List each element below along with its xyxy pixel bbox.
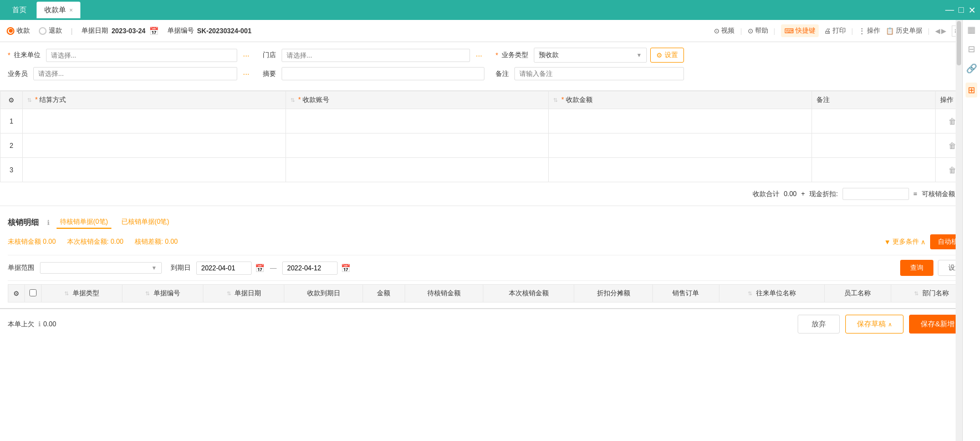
row-amount-3[interactable] (549, 158, 812, 182)
row-settlement-2[interactable] (23, 134, 286, 158)
date-to-icon[interactable]: 📅 (341, 264, 350, 273)
th-pending-amount: 待核销金额 (405, 285, 483, 302)
th-current-amount: 本次核销金额 (483, 285, 574, 302)
sidebar-list-icon[interactable]: ⊟ (968, 44, 975, 54)
summary-input[interactable] (282, 67, 484, 80)
refund-radio[interactable]: 退款 (39, 26, 62, 35)
minimize-icon[interactable]: — (945, 5, 954, 15)
tab-active[interactable]: 收款单 × (37, 2, 80, 18)
row-settlement-1[interactable] (23, 109, 286, 134)
scroll-thumb[interactable] (957, 21, 961, 65)
sort-icon-1: ⇅ (27, 97, 32, 103)
note-field: 备注 (496, 67, 684, 80)
date-from-input[interactable] (196, 261, 252, 275)
abandon-button[interactable]: 放弃 (798, 315, 840, 334)
sidebar-link-icon[interactable]: 🔗 (966, 63, 977, 74)
save-draft-label: 保存草稿 (857, 319, 886, 329)
tab-close-icon[interactable]: × (69, 7, 73, 13)
query-button[interactable]: 查询 (900, 260, 933, 276)
writeoff-header: 核销明细 ℹ 待核销单据(0笔) 已核销单据(0笔) (8, 216, 972, 229)
save-draft-button[interactable]: 保存草稿 ∧ (845, 315, 904, 334)
refund-radio-circle (39, 27, 47, 35)
receipt-label: 收款 (17, 26, 30, 35)
nav-prev-icon[interactable]: ◀ (935, 27, 940, 35)
operation-btn[interactable]: ⋮ 操作 (859, 26, 880, 35)
nav-next-icon[interactable]: ▶ (941, 27, 946, 35)
sort-icon-3: ⇅ (553, 97, 558, 103)
tab-bar-right: — □ ✕ (945, 5, 976, 16)
summary-field: 摘要 (263, 67, 484, 80)
history-btn[interactable]: 📋 历史单据 (886, 26, 922, 35)
form-row-2: 业务员 ··· 摘要 备注 (8, 67, 972, 80)
settings-button[interactable]: ⚙ 设置 (650, 48, 684, 63)
th-party-name: ⇅ 往来单位名称 (719, 285, 824, 302)
biz-select[interactable]: 预收款 ▼ (534, 48, 647, 63)
no-value[interactable]: SK-20230324-001 (197, 27, 252, 35)
current-stat: 本次核销金额: 0.00 (67, 237, 124, 247)
row-delete-icon-3[interactable]: 🗑 (948, 166, 956, 175)
row-delete-icon-1[interactable]: 🗑 (948, 117, 956, 126)
th-check-gear[interactable]: ⚙ (8, 285, 25, 302)
history-label: 历史单据 (896, 26, 922, 35)
total-label: 收款合计 (753, 189, 779, 199)
summary-label: 摘要 (263, 69, 278, 79)
row-remark-1[interactable] (812, 109, 936, 134)
staff-more-icon[interactable]: ··· (241, 69, 252, 78)
row-amount-1[interactable] (549, 109, 812, 134)
row-settlement-3[interactable] (23, 158, 286, 182)
refund-label: 退款 (49, 26, 62, 35)
close-icon[interactable]: ✕ (968, 5, 976, 16)
restore-icon[interactable]: □ (958, 5, 964, 15)
more-conditions-btn[interactable]: ▼ 更多条件 ∧ (884, 237, 926, 247)
th-due-date: 收款到期日 (284, 285, 363, 302)
total-due-label: 本单上欠 (8, 320, 34, 329)
staff-input[interactable] (33, 67, 237, 80)
row-num-1: 1 (1, 109, 23, 134)
select-all-checkbox[interactable] (29, 289, 37, 296)
sep4: | (851, 27, 853, 35)
date-from-icon[interactable]: 📅 (255, 264, 264, 273)
sidebar-expand-icon[interactable]: ⊞ (966, 83, 977, 98)
row-remark-2[interactable] (812, 134, 936, 158)
writeoff-info-icon[interactable]: ℹ (47, 219, 50, 227)
tab-home[interactable]: 首页 (4, 2, 34, 18)
nav-arrows: ◀ ▶ (935, 27, 946, 35)
scrollbar[interactable] (956, 20, 962, 441)
bottom-table: ⚙ ⇅ 单据类型 ⇅ 单据编号 ⇅ (8, 284, 972, 302)
bottom-table-container: ⚙ ⇅ 单据类型 ⇅ 单据编号 ⇅ (8, 284, 972, 302)
row-account-2[interactable] (285, 134, 549, 158)
unchecked-amount: 0.00 (43, 238, 55, 245)
range-label: 单据范围 (8, 263, 37, 273)
date-to-input[interactable] (282, 261, 338, 275)
row-amount-2[interactable] (549, 134, 812, 158)
calendar-icon[interactable]: 📅 (149, 27, 159, 35)
table-gear-header[interactable]: ⚙ (1, 91, 23, 109)
done-tab[interactable]: 已核销单据(0笔) (118, 216, 173, 229)
help-btn[interactable]: ⊙ 帮助 (748, 26, 768, 35)
pending-tab[interactable]: 待核销单据(0笔) (57, 216, 111, 229)
footer-info-icon[interactable]: ℹ (38, 320, 41, 328)
discount-input[interactable] (843, 188, 909, 200)
party-input[interactable] (46, 49, 238, 62)
row-remark-3[interactable] (812, 158, 936, 182)
store-more-icon[interactable]: ··· (473, 51, 484, 60)
range-select[interactable]: ▼ (40, 262, 162, 274)
video-label: 视频 (721, 26, 734, 35)
date-value[interactable]: 2023-03-24 (111, 27, 145, 35)
sidebar-table-icon[interactable]: ▦ (967, 24, 976, 35)
print-label: 打印 (833, 26, 846, 35)
row-account-1[interactable] (285, 109, 549, 134)
current-label: 本次核销金额: (67, 238, 109, 245)
row-account-3[interactable] (285, 158, 549, 182)
print-btn[interactable]: 🖨 打印 (824, 26, 846, 35)
shortcut-btn[interactable]: ⌨ 快捷键 (781, 24, 819, 37)
th-doc-type: ⇅ 单据类型 (42, 285, 122, 302)
receipt-radio[interactable]: 收款 (7, 26, 30, 35)
store-input[interactable] (282, 49, 470, 62)
party-more-icon[interactable]: ··· (241, 51, 252, 60)
video-btn[interactable]: ⊙ 视频 (714, 26, 734, 35)
form-section: * 往来单位 ··· 门店 ··· * 业务类型 预收款 ▼ (0, 42, 980, 91)
note-input[interactable] (514, 67, 684, 80)
th-checkbox[interactable] (25, 285, 42, 302)
row-delete-icon-2[interactable]: 🗑 (948, 141, 956, 150)
